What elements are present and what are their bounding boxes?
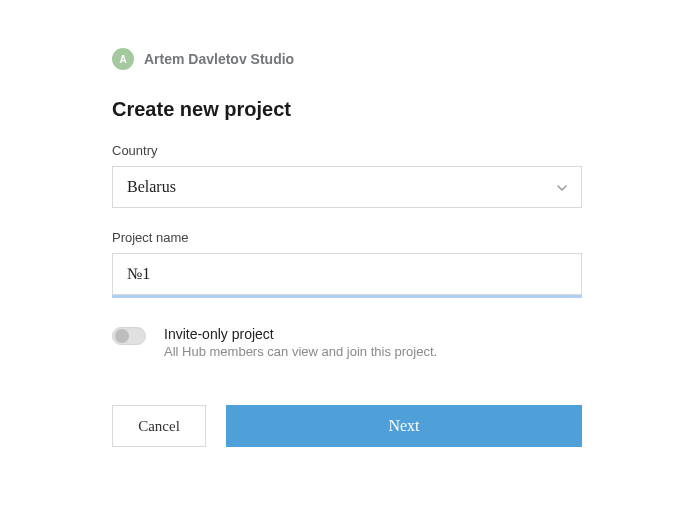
button-row: Cancel Next (112, 405, 582, 447)
invite-only-row: Invite-only project All Hub members can … (112, 326, 582, 359)
input-focus-underline (112, 295, 582, 298)
country-value[interactable]: Belarus (112, 166, 582, 208)
toggle-knob (115, 329, 129, 343)
project-name-input[interactable] (112, 253, 582, 295)
project-name-label: Project name (112, 230, 582, 245)
studio-header: A Artem Davletov Studio (112, 48, 582, 70)
invite-only-title: Invite-only project (164, 326, 437, 342)
invite-only-description: All Hub members can view and join this p… (164, 344, 437, 359)
studio-name: Artem Davletov Studio (144, 51, 294, 67)
country-select[interactable]: Belarus (112, 166, 582, 208)
page-title: Create new project (112, 98, 582, 121)
invite-only-toggle[interactable] (112, 327, 146, 345)
avatar-letter: A (119, 54, 126, 65)
avatar: A (112, 48, 134, 70)
next-button[interactable]: Next (226, 405, 582, 447)
toggle-text: Invite-only project All Hub members can … (164, 326, 437, 359)
country-label: Country (112, 143, 582, 158)
cancel-button[interactable]: Cancel (112, 405, 206, 447)
